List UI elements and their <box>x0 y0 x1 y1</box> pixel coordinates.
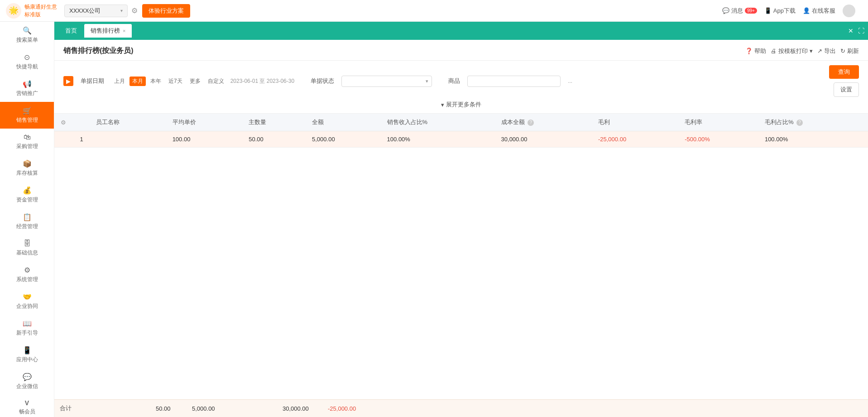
sidebar-item-wechat[interactable]: 💬 企业微信 <box>0 368 54 395</box>
status-select-wrap <box>341 76 432 87</box>
more-btn[interactable]: ... <box>568 78 572 84</box>
tab-home[interactable]: 首页 <box>58 23 84 38</box>
col-quantity: 主数量 <box>243 114 307 131</box>
footer-spacer2 <box>232 405 277 412</box>
sidebar-item-system[interactable]: ⚙ 系统管理 <box>0 261 54 288</box>
quicknav-icon: ⊙ <box>24 53 30 62</box>
print-chevron-icon: ▾ <box>810 48 813 54</box>
cell-name <box>91 131 167 148</box>
avatar[interactable] <box>843 5 855 17</box>
sidebar-item-quicknav[interactable]: ⊙ 快捷导航 <box>0 48 54 75</box>
col-name: 员工名称 <box>91 114 167 131</box>
top-bar-right: 💬 消息 99+ 📱 App下载 👤 在线客服 <box>722 5 863 17</box>
cell-amount: 5,000.00 <box>307 131 382 148</box>
cell-gross: -25,000.00 <box>593 131 679 148</box>
date-btn-more[interactable]: 更多 <box>187 77 203 86</box>
sidebar-item-label: 营销推广 <box>16 90 38 97</box>
sidebar-item-label: 资金管理 <box>16 196 38 204</box>
cost-info-icon[interactable]: ? <box>528 120 534 126</box>
message-icon: 💬 <box>722 7 729 14</box>
logo-icon: 🌟 <box>5 3 22 19</box>
help-button[interactable]: ❓ 帮助 <box>745 47 766 55</box>
service-icon: 👤 <box>803 7 810 14</box>
col-settings: ⚙ <box>54 114 72 131</box>
goods-input[interactable] <box>467 76 561 87</box>
search-icon: 🔍 <box>23 26 32 35</box>
settings-button[interactable]: 设置 <box>834 82 859 97</box>
sidebar-item-basics[interactable]: 🗄 基础信息 <box>0 235 54 261</box>
refresh-button[interactable]: ↻ 刷新 <box>840 47 859 55</box>
table-container: ⚙ 员工名称 平均单价 主数量 全额 销售收入占比% 成本全额 ? 毛利 毛利率 <box>54 114 868 399</box>
expand-icon: ▾ <box>441 101 444 108</box>
tab-bar-right: ✕ ⛶ <box>848 27 864 34</box>
sidebar-item-member[interactable]: V 畅会员 <box>0 395 54 417</box>
sidebar-item-label: 基础信息 <box>16 249 38 257</box>
date-filter-label: 单据日期 <box>81 77 104 85</box>
page-header: 销售排行榜(按业务员) ❓ 帮助 🖨 按模板打印 ▾ <box>54 40 868 61</box>
tab-close-icon[interactable]: × <box>123 28 125 34</box>
data-table: ⚙ 员工名称 平均单价 主数量 全额 销售收入占比% 成本全额 ? 毛利 毛利率 <box>54 114 868 148</box>
sidebar-item-sales[interactable]: 🛒 销售管理 <box>0 102 54 129</box>
date-btn-last-month[interactable]: 上月 <box>111 77 128 86</box>
help-icon: ❓ <box>745 48 753 54</box>
sidebar-item-marketing[interactable]: 📢 营销推广 <box>0 75 54 102</box>
message-badge: 99+ <box>745 8 757 14</box>
goods-filter-label: 商品 <box>448 77 460 85</box>
sidebar-item-inventory[interactable]: 📦 库存核算 <box>0 155 54 182</box>
cell-gross-rate: -500.00% <box>679 131 759 148</box>
tab-bar: 首页 销售排行榜 × ✕ ⛶ <box>54 22 868 40</box>
footer-cost: 30,000.00 <box>277 405 322 412</box>
basics-icon: 🗄 <box>24 240 31 248</box>
tab-label: 销售排行榜 <box>91 27 120 35</box>
sidebar-item-label: 畅会员 <box>19 408 35 416</box>
finance-icon: 💰 <box>23 186 32 195</box>
print-button[interactable]: 🖨 按模板打印 ▾ <box>771 47 813 55</box>
status-select[interactable] <box>341 76 432 87</box>
content-area: 首页 销售排行榜 × ✕ ⛶ 销售排行榜(按业务员) <box>54 22 868 417</box>
inventory-icon: 📦 <box>23 159 32 168</box>
sidebar-item-operations[interactable]: 📋 经营管理 <box>0 208 54 235</box>
sidebar-item-finance[interactable]: 💰 资金管理 <box>0 182 54 208</box>
main-area: 🔍 搜索菜单 ⊙ 快捷导航 📢 营销推广 🛒 销售管理 🛍 采购管理 📦 <box>0 22 868 417</box>
date-btn-custom[interactable]: 自定义 <box>205 77 227 86</box>
cell-quantity: 50.00 <box>243 131 307 148</box>
sidebar-item-guide[interactable]: 📖 新手引导 <box>0 315 54 341</box>
sidebar-item-collaboration[interactable]: 🤝 企业协同 <box>0 288 54 315</box>
trial-button[interactable]: 体验行业方案 <box>142 4 190 18</box>
sidebar-item-search[interactable]: 🔍 搜索菜单 <box>0 22 54 48</box>
gross-pct-info-icon[interactable]: ? <box>796 120 803 126</box>
footer-quantity: 50.00 <box>150 405 187 412</box>
sidebar-item-purchase[interactable]: 🛍 采购管理 <box>0 129 54 155</box>
tab-sales-ranking[interactable]: 销售排行榜 × <box>84 24 132 38</box>
col-cost: 成本全额 ? <box>496 114 593 131</box>
settings-icon[interactable]: ⚙ <box>131 6 138 15</box>
filter-toggle-btn[interactable]: ▶ <box>63 76 73 86</box>
page-content: 销售排行榜(按业务员) ❓ 帮助 🖨 按模板打印 ▾ <box>54 40 868 417</box>
online-service-button[interactable]: 👤 在线客服 <box>803 7 835 15</box>
date-btn-this-month[interactable]: 本月 <box>129 77 146 86</box>
wechat-icon: 💬 <box>23 373 32 381</box>
filter-row-1: ▶ 单据日期 上月 本月 本年 近7天 更多 自定义 2023-06-01 至 … <box>63 65 859 97</box>
sidebar-item-appstore[interactable]: 📱 应用中心 <box>0 341 54 368</box>
col-avg-price: 平均单价 <box>167 114 244 131</box>
company-selector[interactable]: XXXXX公司 ▾ <box>64 5 128 17</box>
footer-cells: 50.00 5,000.00 30,000.00 -25,000.00 <box>96 405 863 412</box>
message-button[interactable]: 💬 消息 99+ <box>722 7 757 15</box>
page-actions: ❓ 帮助 🖨 按模板打印 ▾ ↗ 导出 <box>745 47 859 55</box>
export-button[interactable]: ↗ 导出 <box>817 47 836 55</box>
status-filter-label: 单据状态 <box>311 77 334 85</box>
page-title-row: 销售排行榜(按业务员) ❓ 帮助 🖨 按模板打印 ▾ <box>63 46 859 56</box>
tab-close-all-icon[interactable]: ✕ <box>848 27 854 34</box>
sidebar: 🔍 搜索菜单 ⊙ 快捷导航 📢 营销推广 🛒 销售管理 🛍 采购管理 📦 <box>0 22 54 417</box>
query-button[interactable]: 查询 <box>829 65 859 79</box>
expand-button[interactable]: ▾ 展开更多条件 <box>441 101 481 109</box>
system-icon: ⚙ <box>24 266 30 274</box>
date-btn-this-year[interactable]: 本年 <box>148 77 164 86</box>
tab-fullscreen-icon[interactable]: ⛶ <box>858 27 864 34</box>
date-btn-7days[interactable]: 近7天 <box>166 77 185 86</box>
sidebar-item-label: 新手引导 <box>16 329 38 337</box>
export-icon: ↗ <box>817 48 822 54</box>
app-download-button[interactable]: 📱 App下载 <box>764 7 796 15</box>
sidebar-item-label: 搜索菜单 <box>16 36 38 44</box>
operations-icon: 📋 <box>23 213 32 221</box>
